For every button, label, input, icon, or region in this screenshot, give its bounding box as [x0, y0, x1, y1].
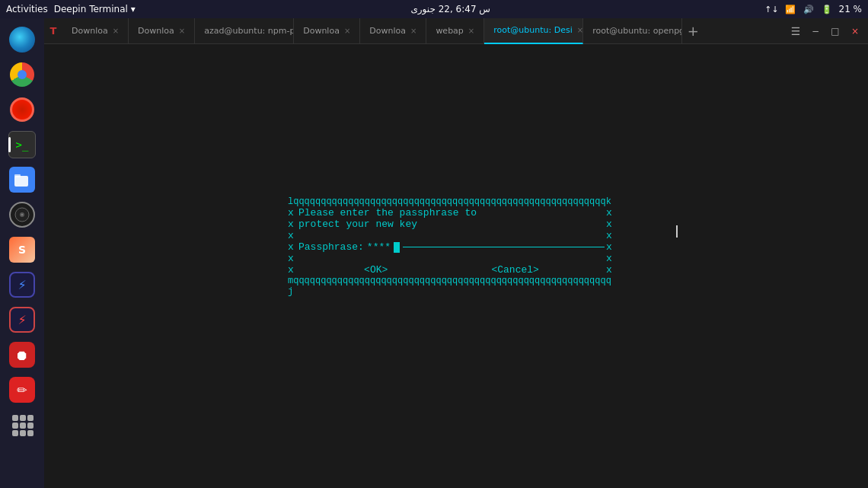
dialog-x-right-6: x	[606, 264, 615, 276]
dock: >_ S ⚡ ⚡	[0, 18, 44, 488]
dialog-x-left-5: x	[288, 253, 297, 264]
battery-icon: 🔋	[821, 4, 833, 14]
dialog-text-1: Please enter the passphrase to	[297, 207, 606, 218]
record-icon: ⏺	[9, 342, 35, 368]
files-icon	[9, 167, 35, 193]
active-indicator	[8, 137, 11, 152]
tab-6[interactable]: webap ×	[426, 18, 484, 44]
dock-item-recorder[interactable]: ⏺	[7, 340, 37, 370]
dialog-text-2: protect your new key	[297, 218, 606, 230]
tab-3-label: azad@ubuntu: npm-pr	[204, 26, 294, 36]
chrome-icon	[10, 62, 34, 87]
dock-item-apps[interactable]	[7, 410, 37, 440]
tab-7-label: root@ubuntu: Desi	[493, 25, 572, 35]
dock-item-chrome[interactable]	[7, 59, 37, 90]
battery-percent: 21 %	[839, 4, 863, 14]
sound-icon: 🔊	[803, 4, 815, 14]
maximize-button[interactable]: □	[827, 23, 844, 40]
dock-item-music[interactable]	[7, 199, 37, 230]
tab-5[interactable]: Downloa ×	[360, 18, 426, 44]
dock-item-terminal[interactable]: >_	[7, 129, 37, 160]
dock-item-deepin[interactable]	[7, 24, 37, 55]
bolt1-icon: ⚡	[9, 272, 35, 298]
system-tray: ↑↓ 📶 🔊 🔋 21 %	[766, 4, 863, 14]
dialog-x-right-3: x	[606, 230, 615, 241]
close-button[interactable]: ×	[847, 23, 863, 40]
tab-8-label: root@ubuntu: openpgp-re	[592, 26, 682, 36]
dialog-x-right-1: x	[606, 207, 615, 218]
dock-item-files[interactable]	[7, 164, 37, 195]
minimize-button[interactable]: −	[807, 23, 824, 40]
passphrase-field[interactable]: Passphrase: ****	[297, 241, 606, 253]
dialog-row-1: x Please enter the passphrase to x	[288, 207, 615, 218]
opera-icon	[10, 97, 34, 122]
dialog-passphrase-row[interactable]: x Passphrase: **** x	[288, 241, 615, 253]
bolt2-icon: ⚡	[9, 307, 35, 333]
dialog-border-bottom: mqqqqqqqqqqqqqqqqqqqqqqqqqqqqqqqqqqqqqqq…	[288, 276, 615, 297]
dock-item-marker[interactable]: ✏️	[7, 375, 37, 405]
terminal-logo-tab: T	[44, 25, 62, 37]
dialog-x-right-4: x	[606, 241, 615, 253]
tab-6-close[interactable]: ×	[468, 27, 474, 35]
terminal-window: T Downloa × Downloa × azad@ubuntu: npm-p…	[44, 18, 868, 488]
deepin-logo-icon	[9, 27, 35, 53]
passphrase-value: ****	[367, 241, 391, 253]
dialog-x-left-6: x	[288, 264, 297, 276]
dock-item-opera[interactable]	[7, 94, 37, 125]
window-controls: ☰ − □ ×	[787, 23, 868, 40]
datetime-display: س 6:47 ,22 جنوری	[410, 4, 490, 14]
passphrase-underline	[403, 247, 605, 247]
tab-6-label: webap	[436, 26, 463, 36]
tab-4[interactable]: Downloa ×	[294, 18, 360, 44]
svg-rect-1	[14, 174, 21, 177]
network-icon: ↑↓	[766, 4, 778, 14]
tab-5-close[interactable]: ×	[410, 27, 416, 35]
terminal-name-label: Deepin Terminal	[54, 4, 128, 14]
tab-7-close[interactable]: ×	[577, 26, 583, 34]
tab-4-close[interactable]: ×	[344, 27, 350, 35]
terminal-content[interactable]: lqqqqqqqqqqqqqqqqqqqqqqqqqqqqqqqqqqqqqqq…	[44, 44, 868, 488]
tab-5-label: Downloa	[369, 26, 406, 36]
mouse-cursor	[676, 225, 678, 238]
dialog-x-right-5: x	[606, 253, 615, 264]
tab-3[interactable]: azad@ubuntu: npm-pr ×	[195, 18, 294, 44]
dialog-row-5: x x	[288, 253, 615, 264]
tab-2-label: Downloa	[138, 26, 174, 36]
passphrase-label: Passphrase:	[298, 241, 364, 253]
add-tab-button[interactable]: +	[682, 18, 704, 44]
dock-item-plugin1[interactable]: ⚡	[7, 270, 37, 300]
dialog-buttons: <OK> <Cancel>	[297, 264, 606, 276]
tab-4-label: Downloa	[303, 26, 340, 36]
system-bar: Activities Deepin Terminal ▾ س 6:47 ,22 …	[0, 0, 868, 18]
tab-8[interactable]: root@ubuntu: openpgp-re ×	[583, 18, 682, 44]
cancel-button[interactable]: <Cancel>	[491, 264, 538, 276]
dialog-x-left-1: x	[288, 207, 297, 218]
tab-2-close[interactable]: ×	[179, 27, 185, 35]
tab-1[interactable]: Downloa ×	[62, 18, 129, 44]
dialog-border-top: lqqqqqqqqqqqqqqqqqqqqqqqqqqqqqqqqqqqqqqq…	[288, 196, 615, 207]
wifi-icon: 📶	[784, 4, 796, 14]
terminal-dock-icon: >_	[8, 131, 36, 158]
dialog-x-left-3: x	[288, 230, 297, 241]
tab-2[interactable]: Downloa ×	[129, 18, 195, 44]
dialog-buttons-row: x <OK> <Cancel> x	[288, 264, 615, 276]
dock-item-sublime[interactable]: S	[7, 234, 37, 265]
terminal-dropdown-icon[interactable]: ▾	[131, 4, 136, 14]
apps-grid-icon	[9, 412, 35, 438]
dialog-row-2: x protect your new key x	[288, 218, 615, 230]
main-layout: >_ S ⚡ ⚡	[0, 18, 868, 488]
dialog-row-3: x x	[288, 230, 615, 241]
text-cursor	[394, 242, 400, 253]
dock-item-plugin2[interactable]: ⚡	[7, 305, 37, 335]
activities-label[interactable]: Activities	[6, 4, 48, 14]
tab-1-close[interactable]: ×	[113, 27, 119, 35]
sublime-icon: S	[9, 237, 35, 263]
menu-button[interactable]: ☰	[787, 23, 804, 40]
svg-rect-0	[14, 176, 28, 187]
tab-7[interactable]: root@ubuntu: Desi ×	[484, 18, 583, 44]
ok-button[interactable]: <OK>	[364, 264, 388, 276]
music-icon	[9, 202, 35, 228]
terminal-title-bar: Deepin Terminal ▾	[54, 4, 136, 14]
tab-bar: T Downloa × Downloa × azad@ubuntu: npm-p…	[44, 18, 868, 44]
dialog-x-left-4: x	[288, 241, 297, 253]
